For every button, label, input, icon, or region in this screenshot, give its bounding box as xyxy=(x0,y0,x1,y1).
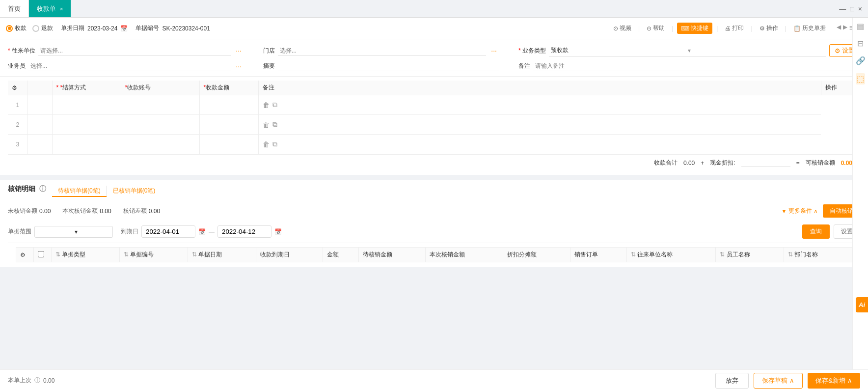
note-input[interactable] xyxy=(533,61,860,71)
sort-icon3: ⇅ xyxy=(192,251,197,258)
row-1-num: 1 xyxy=(8,95,27,115)
col-amount-header: *收款金额 xyxy=(199,81,258,95)
section-divider xyxy=(0,175,868,180)
row-1-settle[interactable] xyxy=(27,95,52,115)
verification-section: 核销明细 ⓘ 待核销单据(0笔) 已核销单据(0笔) 未核销金额 0.00 本次… xyxy=(0,180,868,267)
discard-btn[interactable]: 放弃 xyxy=(715,373,749,389)
row-3-amount[interactable] xyxy=(121,135,199,154)
chevron-up-icon2: ∧ xyxy=(789,377,794,384)
business-type-select[interactable]: 预收款 ▾ xyxy=(549,45,826,56)
help-btn[interactable]: ⊙ 帮助 xyxy=(644,23,668,33)
select-all-checkbox[interactable] xyxy=(38,251,44,257)
table-wrapper: ⚙ *结算方式 *收款账号 *收款金额 备注 操作 xyxy=(8,81,860,154)
row-3-num: 3 xyxy=(8,135,27,154)
maximize-btn[interactable]: □ xyxy=(850,5,854,13)
sidebar-table-icon[interactable]: ▤ xyxy=(857,22,864,31)
minimize-btn[interactable]: — xyxy=(839,5,846,13)
diff-value: 0.00 xyxy=(149,208,160,215)
range-select[interactable]: ▾ xyxy=(34,226,113,238)
radio-receipt[interactable]: 收款 xyxy=(6,24,27,32)
close-btn[interactable]: × xyxy=(858,5,862,13)
lower-table-section: ⚙ ⇅ 单据类型 ⇅ 单据编号 ⇅ xyxy=(16,247,852,262)
row-2-copy-icon[interactable]: ⧉ xyxy=(272,120,277,129)
sort-icon4: ⇅ xyxy=(631,251,636,258)
info-icon[interactable]: ⓘ xyxy=(39,185,46,194)
row-2-note[interactable] xyxy=(199,115,258,135)
pending-tab[interactable]: 待核销单据(0笔) xyxy=(52,186,107,197)
row-2-account[interactable] xyxy=(52,115,121,135)
summary-input[interactable] xyxy=(278,61,499,71)
lower-col-type: ⇅ 单据类型 xyxy=(52,248,120,262)
query-btn[interactable]: 查询 xyxy=(802,224,830,239)
verification-tabs: 待核销单据(0笔) 已核销单据(0笔) xyxy=(52,186,161,197)
row-2-amount[interactable] xyxy=(121,115,199,135)
staff-input[interactable] xyxy=(28,61,231,71)
table-settings-icon[interactable]: ⚙ xyxy=(8,81,27,95)
done-tab[interactable]: 已核销单据(0笔) xyxy=(107,186,162,197)
row-3-account[interactable] xyxy=(52,135,121,154)
radio-refund-label: 退款 xyxy=(41,24,53,32)
lower-col-pending: 待核销金额 xyxy=(358,248,425,262)
lower-col-order: 销售订单 xyxy=(570,248,626,262)
lower-col-current: 本次核销金额 xyxy=(426,248,503,262)
store-input[interactable] xyxy=(278,46,486,56)
bottom-info-icon[interactable]: ⓘ xyxy=(34,376,40,385)
radio-refund[interactable]: 退款 xyxy=(32,24,53,32)
video-btn[interactable]: ⊙ 视频 xyxy=(610,23,634,33)
row-3-note[interactable] xyxy=(199,135,258,154)
row-3-copy-icon[interactable]: ⧉ xyxy=(272,140,277,148)
tab-close-icon[interactable]: × xyxy=(60,6,63,12)
counterparty-label: 往来单位 xyxy=(8,47,35,55)
row-1-delete-icon[interactable]: 🗑 xyxy=(263,101,270,109)
date-range-separator: — xyxy=(209,228,215,235)
nav-next-icon[interactable]: ▶ xyxy=(843,24,847,33)
shortcut-btn[interactable]: ⌨ 快捷键 xyxy=(677,23,712,34)
row-3-delete-icon[interactable]: 🗑 xyxy=(263,140,270,148)
row-1-copy-icon[interactable]: ⧉ xyxy=(272,101,277,109)
tab-receipt[interactable]: 收款单 × xyxy=(29,0,71,17)
store-group: 门店 ··· xyxy=(263,46,499,56)
discount-input[interactable] xyxy=(741,159,790,167)
row-1-note[interactable] xyxy=(199,95,258,115)
date-calendar-icon[interactable]: 📅 xyxy=(120,25,128,32)
uncancelled-stat: 未核销金额 0.00 xyxy=(8,207,51,215)
counterparty-more-btn[interactable]: ··· xyxy=(234,47,244,55)
staff-more-btn[interactable]: ··· xyxy=(234,62,244,70)
nav-prev-icon[interactable]: ◀ xyxy=(837,24,841,33)
counterparty-input[interactable] xyxy=(38,46,231,56)
row-2-delete-icon[interactable]: 🗑 xyxy=(263,121,270,129)
save-new-btn[interactable]: 保存&新增 ∧ xyxy=(808,373,860,389)
sort-icon2: ⇅ xyxy=(124,251,129,258)
row-2-settle[interactable] xyxy=(27,115,52,135)
row-2-action: 🗑 ⧉ xyxy=(258,115,821,135)
operation-btn[interactable]: ⚙ 操作 xyxy=(757,23,781,33)
lower-gear-icon[interactable]: ⚙ xyxy=(16,248,34,262)
print-btn[interactable]: 🖨 打印 xyxy=(722,23,747,33)
lower-col-date: ⇅ 单据日期 xyxy=(188,248,256,262)
calendar-from-icon[interactable]: 📅 xyxy=(198,228,206,235)
business-type-group: 业务类型 预收款 ▾ ⚙ 设置 xyxy=(518,44,860,57)
business-type-label: 业务类型 xyxy=(518,47,546,55)
date-field: 单据日期 2023-03-24 📅 xyxy=(61,24,128,32)
calendar-to-icon[interactable]: 📅 xyxy=(274,228,282,235)
col-num-header xyxy=(27,81,52,95)
sidebar-doc-icon[interactable]: ⊟ xyxy=(857,39,864,48)
date-to-input[interactable] xyxy=(217,225,271,238)
lower-col-discount: 折扣分摊额 xyxy=(503,248,570,262)
sidebar-link-icon[interactable]: 🔗 xyxy=(856,56,866,65)
sidebar-expand-icon[interactable]: ⬚ xyxy=(856,73,865,84)
date-label: 单据日期 xyxy=(61,24,84,32)
tab-bar: 首页 收款单 × — □ × xyxy=(0,0,868,18)
row-1-amount[interactable] xyxy=(121,95,199,115)
row-3-settle[interactable] xyxy=(27,135,52,154)
more-filter-btn[interactable]: ▼ 更多条件 ∧ xyxy=(781,207,818,215)
lower-col-dept: ⇅ 部门名称 xyxy=(784,248,852,262)
history-btn[interactable]: 📋 历史单据 xyxy=(790,23,829,33)
ai-badge[interactable]: Ai xyxy=(856,297,868,312)
number-value: SK-20230324-001 xyxy=(162,25,210,32)
store-more-btn[interactable]: ··· xyxy=(489,47,499,55)
tab-home[interactable]: 首页 xyxy=(0,0,29,17)
row-1-account[interactable] xyxy=(52,95,121,115)
date-from-input[interactable] xyxy=(141,225,195,238)
save-draft-btn[interactable]: 保存草稿 ∧ xyxy=(754,373,803,389)
